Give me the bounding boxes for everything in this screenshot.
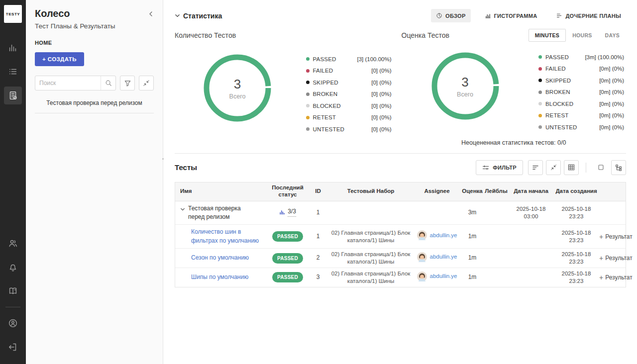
testy-logo[interactable]: TESTY — [4, 5, 22, 23]
plan-suite — [328, 211, 413, 215]
histogram-tab[interactable]: ГИСТОГРАММА — [480, 9, 542, 22]
failed-dot — [306, 69, 310, 73]
overview-tab[interactable]: ОБЗОР — [431, 9, 470, 22]
sliders-icon — [482, 165, 489, 171]
test-id: 1 — [308, 231, 328, 243]
retest-dot — [538, 114, 542, 117]
collapse-rows-button[interactable] — [546, 160, 561, 175]
statistics-section-toggle[interactable]: Статистика — [175, 12, 222, 20]
users-nav-icon[interactable] — [4, 234, 22, 252]
statistics-nav-icon[interactable] — [4, 39, 22, 57]
test-name-link[interactable]: Сезон по умолчанию — [191, 254, 249, 262]
filter-tree-button[interactable] — [120, 76, 135, 91]
account-nav-icon[interactable] — [4, 314, 22, 332]
test-suites-nav-icon[interactable] — [4, 63, 22, 81]
col-id[interactable]: ID — [308, 186, 328, 197]
statistics-title: Статистика — [183, 12, 222, 20]
add-result-button[interactable]: +Результат — [599, 273, 637, 281]
add-result-button[interactable]: +Результат — [599, 254, 637, 262]
hours-toggle[interactable]: HOURS — [566, 29, 598, 42]
status-badge[interactable]: PASSED — [272, 231, 303, 242]
search-submit[interactable] — [101, 76, 115, 90]
plan-created-date: 2025-10-18 23:23 — [553, 203, 599, 222]
search-input[interactable] — [35, 80, 101, 87]
passed-dot — [306, 57, 310, 61]
table-row-test[interactable]: Шипы по умолчанию PASSED 3 02) Главная с… — [175, 268, 626, 287]
list-icon — [7, 66, 18, 77]
col-score[interactable]: Оценка — [461, 186, 484, 197]
status-badge[interactable]: PASSED — [272, 253, 303, 264]
test-labels — [484, 256, 509, 260]
col-created[interactable]: Дата создания — [553, 186, 599, 197]
section-divider — [175, 153, 626, 154]
test-suite: 02) Главная страница/1) Блок каталога/1)… — [328, 249, 413, 268]
plan-name[interactable]: Тестовая проверка перед релизом — [188, 204, 252, 222]
test-id: 2 — [308, 252, 328, 264]
col-name[interactable]: Имя — [175, 186, 268, 197]
legend-item-failed: FAILED[0] (0%) — [306, 65, 392, 77]
table-row-test[interactable]: Сезон по умолчанию PASSED 2 02) Главная … — [175, 249, 626, 268]
chevron-left-icon — [148, 11, 154, 17]
tests-count-chart: Количество Тестов 3 Всего PASSED[3] (100… — [175, 29, 394, 146]
test-created-date: 2025-10-18 23:23 — [553, 249, 599, 268]
col-status[interactable]: Последний статус — [268, 182, 308, 200]
assignee-link[interactable]: abdullin.ye — [417, 230, 457, 240]
column-settings-button[interactable] — [564, 160, 579, 175]
filter-button[interactable]: ФИЛЬТР — [476, 160, 523, 175]
notifications-nav-icon[interactable] — [4, 258, 22, 276]
col-assignee[interactable]: Assignee — [413, 186, 461, 197]
legend-item-untested: UNTESTED[0m] (0%) — [538, 121, 624, 133]
failed-dot — [538, 67, 542, 71]
tree-view-icon — [615, 164, 622, 171]
test-name-link[interactable]: Шипы по умолчанию — [191, 273, 248, 281]
side-panel: Колесо Тест Планы & Результаты HOME + СО… — [26, 0, 163, 364]
users-icon — [7, 238, 18, 249]
docs-nav-icon[interactable] — [4, 282, 22, 300]
status-badge[interactable]: PASSED — [272, 272, 303, 282]
col-suite[interactable]: Тестовый Набор — [328, 186, 413, 197]
collapse-panel-button[interactable] — [148, 10, 154, 19]
book-icon — [7, 285, 18, 296]
icon-rail: TESTY — [0, 0, 26, 364]
logout-nav-icon[interactable] — [4, 338, 22, 356]
table-row-test[interactable]: Количество шин в фильтрах по умолчанию P… — [175, 225, 626, 249]
plus-icon: + — [599, 254, 603, 262]
col-labels[interactable]: Лейблы — [484, 186, 509, 197]
avatar — [417, 272, 427, 281]
assignee-link[interactable]: abdullin.ye — [417, 272, 457, 281]
broken-dot — [306, 92, 310, 96]
test-suite: 02) Главная страница/1) Блок каталога/1)… — [328, 268, 413, 287]
child-plans-tab[interactable]: ДОЧЕРНИЕ ПЛАНЫ — [551, 9, 626, 22]
collapse-tree-button[interactable] — [139, 76, 154, 91]
row-expand-chevron[interactable] — [180, 206, 185, 214]
minutes-toggle[interactable]: MINUTES — [529, 29, 566, 42]
sort-button[interactable] — [528, 160, 543, 175]
test-plans-nav-icon[interactable] — [4, 87, 22, 104]
days-toggle[interactable]: DAYS — [599, 29, 626, 42]
avatar — [417, 230, 427, 240]
col-start[interactable]: Дата начала — [509, 186, 553, 197]
test-name-link[interactable]: Количество шин в фильтрах по умолчанию — [191, 228, 261, 245]
create-button[interactable]: + СОЗДАТЬ — [35, 52, 84, 66]
chevron-down-icon — [175, 13, 180, 18]
plan-score: 3m — [461, 207, 484, 219]
table-header-row: Имя Последний статус ID Тестовый Набор A… — [175, 182, 626, 201]
project-title: Колесо — [35, 8, 70, 19]
plan-assignee — [413, 211, 461, 215]
table-row-plan[interactable]: Тестовая проверка перед релизом 3/3 1 3m… — [175, 201, 626, 225]
sort-icon — [532, 165, 539, 171]
logo-text: TESTY — [6, 12, 20, 16]
tree-view-button[interactable] — [611, 160, 626, 175]
filter-button-label: ФИЛЬТР — [493, 165, 517, 171]
add-result-button[interactable]: +Результат — [599, 233, 637, 241]
flat-view-button[interactable] — [593, 160, 608, 175]
test-score: 1m — [461, 231, 484, 243]
assignee-link[interactable]: abdullin.ye — [417, 252, 457, 262]
breadcrumb-home[interactable]: HOME — [35, 40, 154, 46]
count-total-value: 3 — [234, 77, 241, 92]
test-score: 1m — [461, 252, 484, 264]
plan-status-link[interactable]: 3/3 — [279, 208, 296, 217]
legend-item-untested: UNTESTED[0] (0%) — [306, 123, 392, 135]
estimate-donut-chart: 3 Всего — [430, 51, 500, 121]
plan-tree-item[interactable]: Тестовая проверка перед релизом — [35, 99, 154, 113]
